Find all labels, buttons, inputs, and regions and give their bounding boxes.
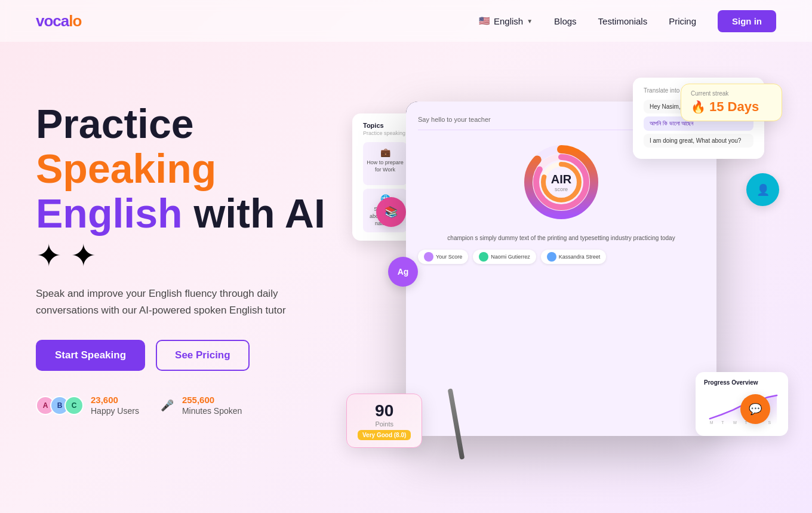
nav-pricing[interactable]: Pricing bbox=[669, 16, 696, 26]
streak-days: 15 Days bbox=[709, 99, 759, 115]
start-speaking-button[interactable]: Start Speaking bbox=[36, 340, 145, 371]
progress-title: Progress Overview bbox=[704, 379, 780, 386]
hero-right: Topics Practice speaking per day here 💼 … bbox=[358, 78, 776, 484]
user-avatar-2 bbox=[479, 252, 488, 262]
user-avatar-1 bbox=[424, 252, 433, 262]
language-selector[interactable]: 🇺🇸 English ▼ bbox=[479, 16, 533, 26]
user-chip-3: Kassandra Street bbox=[541, 250, 607, 264]
user-name-1: Your Score bbox=[436, 254, 462, 260]
points-number: 90 bbox=[358, 401, 411, 420]
nav-blogs[interactable]: Blogs bbox=[554, 16, 577, 26]
user-name-2: Naomi Gutierrez bbox=[491, 254, 530, 260]
chat-float-button[interactable]: 💬 bbox=[740, 394, 770, 424]
user-float-button[interactable]: 👤 bbox=[746, 173, 779, 206]
users-stat: A B C 23,600 Happy Users bbox=[36, 395, 139, 416]
score-sublabel: score bbox=[551, 186, 571, 192]
hero-buttons: Start Speaking See Pricing bbox=[36, 340, 370, 371]
title-line3-dark: with AI bbox=[183, 191, 325, 236]
points-label: Points bbox=[358, 420, 411, 428]
briefcase-icon: 💼 bbox=[367, 147, 404, 158]
users-label-text: Happy Users bbox=[91, 406, 139, 416]
navbar: vocalo 🇺🇸 English ▼ Blogs Testimonials P… bbox=[0, 0, 812, 42]
points-card: 90 Points Very Good (8.0) bbox=[346, 394, 422, 448]
hero-left: Practice Speaking English with AI ✦ ✦ Sp… bbox=[36, 78, 370, 416]
stat-avatars: A B C bbox=[36, 396, 79, 415]
score-chart: AIR score bbox=[522, 143, 600, 221]
svg-text:W: W bbox=[733, 420, 737, 425]
signin-button[interactable]: Sign in bbox=[718, 10, 776, 32]
nav-testimonials[interactable]: Testimonials bbox=[598, 16, 648, 26]
title-line2: Speaking bbox=[36, 146, 216, 191]
user-chip-2: Naomi Gutierrez bbox=[473, 250, 536, 264]
svg-text:M: M bbox=[710, 420, 713, 425]
users-stat-text: 23,600 Happy Users bbox=[91, 395, 139, 416]
topics-float-button[interactable]: 📚 bbox=[376, 197, 406, 227]
mic-icon: 🎤 bbox=[161, 399, 174, 412]
topic-item-1: 💼 How to prepare for Work bbox=[363, 142, 407, 185]
lesson-header-text: Say hello to your teacher bbox=[418, 116, 491, 123]
logo[interactable]: vocalo bbox=[36, 12, 81, 30]
language-label: English bbox=[494, 16, 523, 26]
logo-highlight: lo bbox=[69, 12, 81, 30]
topic-label-1: How to prepare for Work bbox=[367, 159, 404, 173]
title-line3-purple: English bbox=[36, 191, 183, 236]
hero-description: Speak and improve your English fluency t… bbox=[36, 285, 322, 318]
minutes-count: 255,600 bbox=[182, 395, 214, 405]
minutes-label: Minutes Spoken bbox=[182, 406, 242, 416]
svg-text:S: S bbox=[768, 420, 771, 425]
points-badge: Very Good (8.0) bbox=[358, 430, 411, 440]
see-pricing-button[interactable]: See Pricing bbox=[156, 340, 250, 371]
hero-stats: A B C 23,600 Happy Users 🎤 255,600 Minut… bbox=[36, 395, 370, 416]
minutes-stat-text: 255,600 Minutes Spoken bbox=[182, 395, 242, 416]
score-label: AIR bbox=[551, 173, 571, 186]
chat-msg-3: I am doing great, What about you? bbox=[644, 134, 753, 148]
chevron-down-icon: ▼ bbox=[527, 18, 533, 24]
nav-right: 🇺🇸 English ▼ Blogs Testimonials Pricing … bbox=[479, 10, 776, 32]
feedback-text: champion s simply dummy text of the prin… bbox=[418, 234, 705, 242]
hero-section: Practice Speaking English with AI ✦ ✦ Sp… bbox=[0, 42, 812, 508]
score-display: AIR score bbox=[551, 173, 571, 192]
user-name-3: Kassandra Street bbox=[559, 254, 601, 260]
translate-label: Translate into bbox=[644, 87, 679, 94]
user-avatar-3 bbox=[547, 252, 556, 262]
minutes-stat: 🎤 255,600 Minutes Spoken bbox=[161, 395, 242, 416]
hero-title: Practice Speaking English with AI bbox=[36, 102, 370, 235]
users-count: 23,600 bbox=[91, 395, 118, 405]
logo-text: voca bbox=[36, 12, 69, 30]
user-row: Your Score Naomi Gutierrez Kassandra Str… bbox=[418, 250, 705, 264]
fire-icon: 🔥 bbox=[691, 100, 706, 114]
title-line1: Practice bbox=[36, 101, 194, 146]
user-chip-1: Your Score bbox=[418, 250, 468, 264]
streak-label: Current streak bbox=[691, 90, 772, 97]
streak-card: Current streak 🔥 15 Days bbox=[681, 84, 782, 121]
avatar-3: C bbox=[64, 396, 84, 415]
sparkles-icon: ✦ ✦ bbox=[36, 240, 370, 271]
text-float-button[interactable]: Ag bbox=[388, 257, 418, 287]
flag-icon: 🇺🇸 bbox=[479, 16, 490, 26]
